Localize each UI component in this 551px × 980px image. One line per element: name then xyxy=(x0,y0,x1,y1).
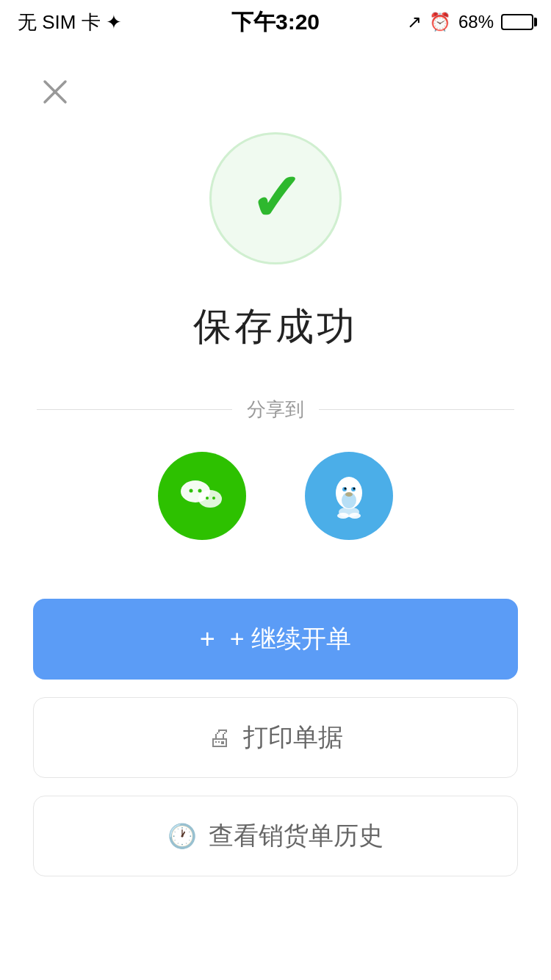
svg-point-14 xyxy=(345,488,347,490)
print-button[interactable]: 🖨 打印单据 xyxy=(33,697,518,778)
success-title: 保存成功 xyxy=(193,301,358,353)
status-left: 无 SIM 卡 ✦ xyxy=(18,10,122,35)
wechat-icon xyxy=(176,469,228,522)
svg-point-11 xyxy=(349,513,361,519)
share-icons-row xyxy=(158,452,393,540)
status-time: 下午3:20 xyxy=(231,7,320,37)
share-label: 分享到 xyxy=(247,397,304,422)
svg-point-17 xyxy=(342,492,356,508)
svg-point-4 xyxy=(190,489,193,493)
battery-icon xyxy=(501,14,533,30)
checkmark-icon: ✓ xyxy=(248,165,303,231)
clock-icon: 🕐 xyxy=(168,822,197,850)
share-divider: 分享到 xyxy=(0,397,551,422)
battery-percent: 68% xyxy=(458,12,494,32)
sim-label: 无 SIM 卡 ✦ xyxy=(18,10,122,35)
svg-point-7 xyxy=(212,497,215,500)
success-circle: ✓ xyxy=(209,132,342,264)
history-button[interactable]: 🕐 查看销货单历史 xyxy=(33,796,518,876)
continue-label: + 继续开单 xyxy=(230,622,351,656)
qq-icon xyxy=(323,469,375,522)
svg-point-3 xyxy=(198,490,222,508)
alarm-icon: ⏰ xyxy=(429,12,451,32)
share-section: 分享到 xyxy=(0,397,551,540)
plus-icon: + xyxy=(200,624,215,655)
qq-share-button[interactable] xyxy=(305,452,393,540)
main-content: ✓ 保存成功 分享到 xyxy=(0,44,551,980)
svg-point-15 xyxy=(353,488,356,490)
location-icon: ↗ xyxy=(407,12,422,32)
continue-button[interactable]: + + 继续开单 xyxy=(33,599,518,680)
wechat-share-button[interactable] xyxy=(158,452,246,540)
close-icon xyxy=(42,79,68,105)
print-icon: 🖨 xyxy=(208,724,231,752)
svg-point-6 xyxy=(206,497,209,500)
actions-section: + + 继续开单 🖨 打印单据 🕐 查看销货单历史 xyxy=(33,599,518,876)
status-right: ↗ ⏰ 68% xyxy=(407,12,533,32)
status-bar: 无 SIM 卡 ✦ 下午3:20 ↗ ⏰ 68% xyxy=(0,0,551,44)
close-button[interactable] xyxy=(37,73,73,110)
history-label: 查看销货单历史 xyxy=(209,819,383,853)
svg-point-5 xyxy=(198,489,202,493)
print-label: 打印单据 xyxy=(243,721,343,754)
divider-line-right xyxy=(319,409,514,410)
svg-point-10 xyxy=(337,513,349,519)
divider-line-left xyxy=(37,409,232,410)
